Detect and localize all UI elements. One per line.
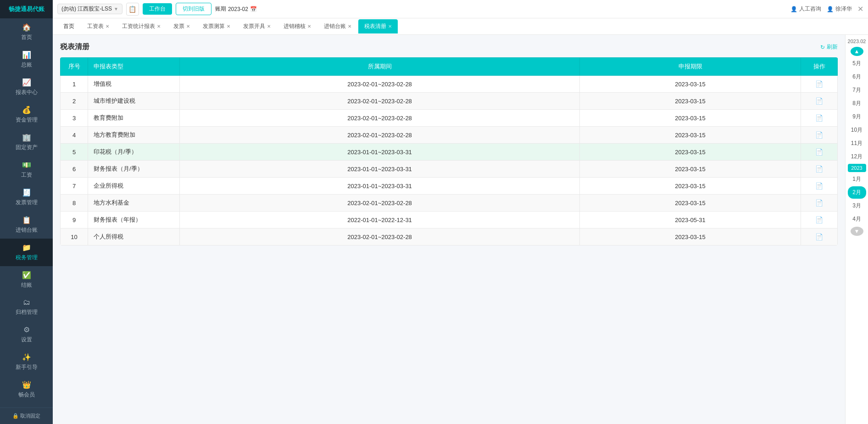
action-icon[interactable]: 📄	[815, 216, 823, 223]
action-icon[interactable]: 📄	[815, 97, 823, 105]
sidebar-item-invoice[interactable]: 🧾 发票管理	[0, 184, 53, 211]
tab-salary-stats[interactable]: 工资统计报表 ✕	[116, 19, 167, 33]
unpin-button[interactable]: 🔒 取消固定	[0, 407, 53, 424]
tab-close-icon[interactable]: ✕	[157, 24, 161, 29]
sidebar-item-report[interactable]: 📈 报表中心	[0, 73, 53, 101]
action-icon[interactable]: 📄	[815, 199, 823, 206]
col-header-deadline: 申报期限	[580, 58, 801, 76]
home-icon: 🏠	[22, 23, 31, 32]
workspace-button[interactable]: 工作台	[143, 3, 172, 15]
sidebar-item-tax[interactable]: 📁 税务管理	[0, 239, 53, 266]
action-icon[interactable]: 📄	[815, 165, 823, 173]
tab-salary[interactable]: 工资表 ✕	[81, 19, 115, 33]
calendar-down-button[interactable]: ▼	[851, 227, 863, 236]
table-row: 3 教育费附加 2023-02-01~2023-02-28 2023-03-15…	[61, 110, 838, 127]
sidebar-item-home[interactable]: 🏠 首页	[0, 18, 53, 46]
cal-month-3[interactable]: 3月	[848, 200, 866, 212]
cal-month-6[interactable]: 6月	[848, 71, 866, 83]
tab-label: 首页	[63, 22, 74, 30]
table-row: 5 印花税（月/季） 2023-01-01~2023-03-31 2023-03…	[61, 144, 838, 161]
cal-month-4[interactable]: 4月	[848, 213, 866, 225]
tab-close-icon[interactable]: ✕	[186, 24, 190, 29]
assets-icon: 🏢	[22, 133, 31, 142]
sidebar-item-close[interactable]: ✅ 结账	[0, 266, 53, 294]
sidebar: 畅捷通易代账 🏠 首页 📊 总账 📈 报表中心 💰 资金管理 🏢 固定资产 💵 …	[0, 0, 53, 424]
refresh-button[interactable]: ↻ 刷新	[820, 43, 838, 51]
sidebar-item-funds[interactable]: 💰 资金管理	[0, 101, 53, 128]
calendar-icon: 📅	[250, 6, 257, 12]
company-selector[interactable]: (勿动) 江西股宝-LSS ▼	[57, 4, 122, 14]
sidebar-item-label: 工资	[21, 171, 32, 179]
tab-purchase-ledger[interactable]: 进销台账 ✕	[318, 19, 357, 33]
cal-month-2-active[interactable]: 2月	[848, 186, 866, 199]
sidebar-item-label: 发票管理	[16, 199, 38, 206]
tab-close-icon[interactable]: ✕	[348, 24, 351, 29]
tab-purchase-check[interactable]: 进销稽核 ✕	[278, 19, 317, 33]
sidebar-item-assets[interactable]: 🏢 固定资产	[0, 128, 53, 156]
table-row: 9 财务报表（年报） 2022-01-01~2022-12-31 2023-05…	[61, 212, 838, 229]
action-icon[interactable]: 📄	[815, 148, 823, 156]
cal-month-10[interactable]: 10月	[848, 124, 866, 136]
cal-month-1[interactable]: 1月	[848, 173, 866, 185]
cell-action[interactable]: 📄	[801, 110, 838, 127]
cell-type: 城市维护建设税	[88, 93, 180, 110]
sidebar-item-member[interactable]: 👑 畅会员	[0, 376, 53, 403]
sidebar-item-purchase-sales[interactable]: 📋 进销台账	[0, 211, 53, 239]
tab-label: 税表清册	[364, 22, 386, 30]
sidebar-item-settings[interactable]: ⚙ 设置	[0, 321, 53, 348]
col-header-action: 操作	[801, 58, 838, 76]
cell-action[interactable]: 📄	[801, 229, 838, 245]
action-icon[interactable]: 📄	[815, 182, 823, 190]
calendar-up-button[interactable]: ▲	[851, 47, 863, 56]
cell-action[interactable]: 📄	[801, 76, 838, 93]
cell-action[interactable]: 📄	[801, 195, 838, 212]
sidebar-item-archive[interactable]: 🗂 归档管理	[0, 294, 53, 321]
tab-home[interactable]: 首页	[57, 19, 80, 33]
action-icon[interactable]: 📄	[815, 131, 823, 139]
tab-invoice[interactable]: 发票 ✕	[167, 19, 196, 33]
col-header-period: 所属期间	[180, 58, 580, 76]
action-icon[interactable]: 📄	[815, 233, 823, 240]
tab-close-icon[interactable]: ✕	[227, 24, 230, 29]
cell-period: 2023-01-01~2023-03-31	[180, 144, 580, 161]
tab-close-icon[interactable]: ✕	[307, 24, 311, 29]
cal-month-5[interactable]: 5月	[848, 57, 866, 70]
tab-invoice-calc[interactable]: 发票测算 ✕	[197, 19, 236, 33]
close-window-icon[interactable]: ✕	[857, 5, 863, 13]
action-icon[interactable]: 📄	[815, 114, 823, 122]
ai-consult-button[interactable]: 👤 人工咨询	[790, 5, 821, 13]
cell-action[interactable]: 📄	[801, 127, 838, 144]
sidebar-item-salary[interactable]: 💵 工资	[0, 156, 53, 184]
cell-deadline: 2023-03-15	[580, 127, 801, 144]
cell-period: 2023-02-01~2023-02-28	[180, 229, 580, 245]
user-menu[interactable]: 👤 徐泽华	[827, 5, 852, 13]
cell-action[interactable]: 📄	[801, 161, 838, 178]
cell-period: 2022-01-01~2022-12-31	[180, 212, 580, 229]
copy-icon[interactable]: 📋	[126, 3, 139, 16]
page-content: 税表清册 ↻ 刷新 序号 申报表类型 所属期间 申报期限 操作	[53, 35, 845, 424]
ai-consult-label: 人工咨询	[799, 5, 821, 13]
tab-close-icon[interactable]: ✕	[106, 24, 109, 29]
cell-action[interactable]: 📄	[801, 93, 838, 110]
cell-id: 2	[61, 93, 88, 110]
cal-month-8[interactable]: 8月	[848, 97, 866, 110]
cell-action[interactable]: 📄	[801, 178, 838, 195]
cell-deadline: 2023-03-15	[580, 229, 801, 245]
tab-tax-list[interactable]: 税表清册 ✕	[358, 19, 398, 33]
cell-action[interactable]: 📄	[801, 144, 838, 161]
tab-invoice-issue[interactable]: 发票开具 ✕	[237, 19, 277, 33]
cell-action[interactable]: 📄	[801, 212, 838, 229]
cal-month-7[interactable]: 7月	[848, 84, 866, 96]
cal-month-11[interactable]: 11月	[848, 137, 866, 150]
tab-close-icon[interactable]: ✕	[388, 24, 392, 29]
period-selector[interactable]: 账期 2023-02 📅	[215, 5, 257, 13]
cal-month-12[interactable]: 12月	[848, 151, 866, 163]
switch-old-button[interactable]: 切到旧版	[176, 3, 211, 15]
sidebar-item-ledger[interactable]: 📊 总账	[0, 46, 53, 73]
guide-icon: ✨	[22, 353, 31, 362]
cell-id: 7	[61, 178, 88, 195]
sidebar-item-guide[interactable]: ✨ 新手引导	[0, 348, 53, 376]
action-icon[interactable]: 📄	[815, 80, 823, 88]
tab-close-icon[interactable]: ✕	[267, 24, 271, 29]
cal-month-9[interactable]: 9月	[848, 111, 866, 123]
